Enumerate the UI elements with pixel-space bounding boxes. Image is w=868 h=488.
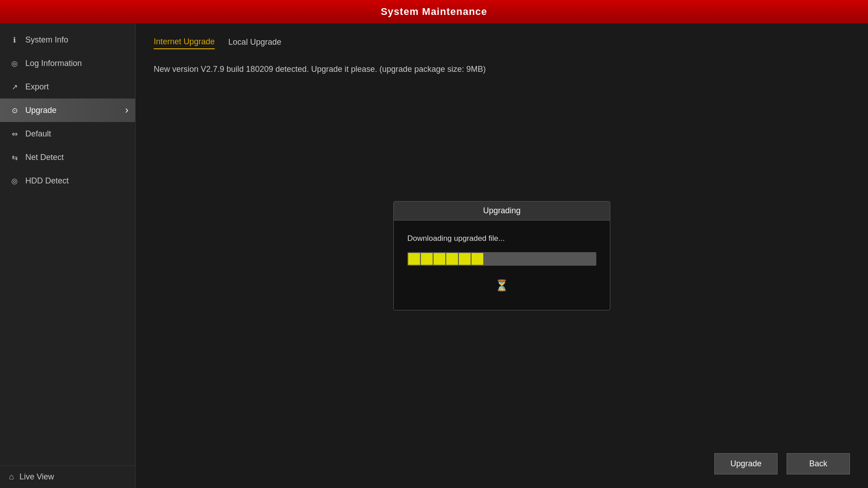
progress-fill xyxy=(407,252,596,266)
live-view-label: Live View xyxy=(19,472,54,482)
progress-segment-filled xyxy=(472,253,483,265)
sidebar-item-label: Default xyxy=(25,129,51,139)
progress-bar xyxy=(407,252,596,266)
progress-segment-filled xyxy=(421,253,433,265)
sidebar: ℹ System Info ◎ Log Information ↗ Export… xyxy=(0,23,136,488)
sidebar-item-net-detect[interactable]: ⇆ Net Detect xyxy=(0,145,135,169)
live-view-icon: ⌂ xyxy=(9,472,14,482)
progress-segment-filled xyxy=(408,253,420,265)
title-bar-text: System Maintenance xyxy=(381,6,487,18)
sidebar-item-label: Export xyxy=(25,82,49,92)
sidebar-item-hdd-detect[interactable]: ◎ HDD Detect xyxy=(0,169,135,192)
sidebar-live-view[interactable]: ⌂ Live View xyxy=(0,465,135,488)
sidebar-item-log-information[interactable]: ◎ Log Information xyxy=(0,52,135,75)
dialog-body: Downloading upgraded file... ⏳ xyxy=(394,221,610,310)
upgrade-button[interactable]: Upgrade xyxy=(714,453,778,474)
hourglass-container: ⏳ xyxy=(407,279,596,292)
upgrade-info-text: New version V2.7.9 build 180209 detected… xyxy=(154,63,850,76)
download-status-text: Downloading upgraded file... xyxy=(407,234,596,243)
hourglass-icon: ⏳ xyxy=(495,279,509,292)
dialog-title: Upgrading xyxy=(394,202,610,221)
system-info-icon: ℹ xyxy=(9,34,20,45)
sidebar-items: ℹ System Info ◎ Log Information ↗ Export… xyxy=(0,28,135,192)
tabs: Internet Upgrade Local Upgrade xyxy=(154,37,850,49)
progress-segment-filled xyxy=(459,253,471,265)
export-icon: ↗ xyxy=(9,81,20,92)
sidebar-item-default[interactable]: ⇔ Default xyxy=(0,122,135,145)
sidebar-item-label: HDD Detect xyxy=(25,176,69,186)
upgrading-dialog: Upgrading Downloading upgraded file... ⏳ xyxy=(393,201,610,310)
progress-segment-filled xyxy=(434,253,445,265)
sidebar-item-upgrade[interactable]: ⊙ Upgrade xyxy=(0,99,135,122)
tab-internet-upgrade[interactable]: Internet Upgrade xyxy=(154,37,215,49)
upgrading-dialog-overlay: Upgrading Downloading upgraded file... ⏳ xyxy=(393,201,610,310)
upgrade-icon: ⊙ xyxy=(9,105,20,116)
sidebar-item-export[interactable]: ↗ Export xyxy=(0,75,135,99)
sidebar-item-label: Upgrade xyxy=(25,106,57,115)
bottom-buttons: Upgrade Back xyxy=(714,453,850,474)
tab-local-upgrade[interactable]: Local Upgrade xyxy=(228,38,281,49)
hdd-detect-icon: ◎ xyxy=(9,175,20,186)
sidebar-item-label: Log Information xyxy=(25,59,82,68)
main-layout: ℹ System Info ◎ Log Information ↗ Export… xyxy=(0,23,868,488)
back-button[interactable]: Back xyxy=(787,453,850,474)
sidebar-item-label: Net Detect xyxy=(25,153,64,162)
sidebar-item-system-info[interactable]: ℹ System Info xyxy=(0,28,135,52)
net-detect-icon: ⇆ xyxy=(9,152,20,163)
progress-segment-filled xyxy=(446,253,458,265)
sidebar-item-label: System Info xyxy=(25,35,68,45)
content-area: Internet Upgrade Local Upgrade New versi… xyxy=(136,23,868,488)
log-info-icon: ◎ xyxy=(9,58,20,69)
default-icon: ⇔ xyxy=(9,128,20,139)
title-bar: System Maintenance xyxy=(0,0,868,23)
